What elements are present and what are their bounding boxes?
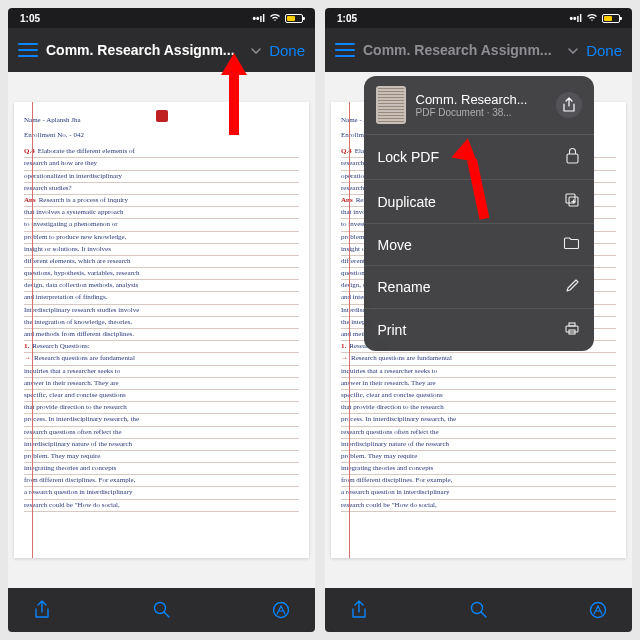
phone-left: 1:05 ••ıl Comm. Research Assignm... Done…: [8, 8, 315, 632]
done-button[interactable]: Done: [586, 42, 622, 59]
signal-icon: ••ıl: [252, 13, 265, 24]
wifi-icon: [269, 13, 281, 24]
share-button[interactable]: [556, 92, 582, 118]
svg-rect-8: [569, 323, 575, 326]
chevron-down-icon[interactable]: [568, 43, 578, 57]
share-icon[interactable]: [349, 600, 369, 620]
wifi-icon: [586, 13, 598, 24]
annotation-arrow: [221, 53, 247, 135]
menu-item-rename[interactable]: Rename: [364, 266, 594, 309]
popover-doc-title: Comm. Research...: [416, 92, 546, 107]
menu-item-print[interactable]: Print: [364, 309, 594, 351]
svg-rect-7: [566, 326, 578, 332]
sidebar-menu-icon[interactable]: [18, 43, 38, 57]
document-viewport[interactable]: Name - Aplansh Jha Enrollment No. - 042 …: [8, 72, 315, 588]
bottom-toolbar: [8, 588, 315, 632]
battery-icon: [602, 14, 620, 23]
folder-icon: [563, 236, 580, 253]
document-title: Comm. Research Assignm...: [363, 42, 560, 58]
markup-icon[interactable]: [271, 600, 291, 620]
document-thumbnail: [376, 86, 406, 124]
duplicate-icon: [564, 192, 580, 211]
status-bar: 1:05 ••ıl: [8, 8, 315, 28]
search-icon[interactable]: [469, 600, 489, 620]
status-right: ••ıl: [252, 13, 303, 24]
status-right: ••ıl: [569, 13, 620, 24]
nav-bar: Comm. Research Assignm... Done: [8, 28, 315, 72]
popover-header: Comm. Research... PDF Document · 38...: [364, 76, 594, 135]
nav-bar: Comm. Research Assignm... Done: [325, 28, 632, 72]
pencil-icon: [565, 278, 580, 296]
markup-icon[interactable]: [588, 600, 608, 620]
phone-right: 1:05 ••ıl Comm. Research Assignm... Done…: [325, 8, 632, 632]
annotation-arrow: [453, 138, 479, 220]
bottom-toolbar: [325, 588, 632, 632]
document-page: Name - Aplansh Jha Enrollment No. - 042 …: [14, 102, 309, 558]
battery-icon: [285, 14, 303, 23]
status-time: 1:05: [337, 13, 357, 24]
signal-icon: ••ıl: [569, 13, 582, 24]
done-button[interactable]: Done: [269, 42, 305, 59]
status-bar: 1:05 ••ıl: [325, 8, 632, 28]
document-title: Comm. Research Assignm...: [46, 42, 243, 58]
share-icon[interactable]: [32, 600, 52, 620]
status-time: 1:05: [20, 13, 40, 24]
search-icon[interactable]: [152, 600, 172, 620]
lock-icon: [565, 147, 580, 167]
svg-rect-4: [567, 154, 578, 163]
chevron-down-icon[interactable]: [251, 43, 261, 57]
print-icon: [564, 321, 580, 339]
sidebar-menu-icon[interactable]: [335, 43, 355, 57]
popover-doc-subtitle: PDF Document · 38...: [416, 107, 546, 118]
menu-item-move[interactable]: Move: [364, 224, 594, 266]
